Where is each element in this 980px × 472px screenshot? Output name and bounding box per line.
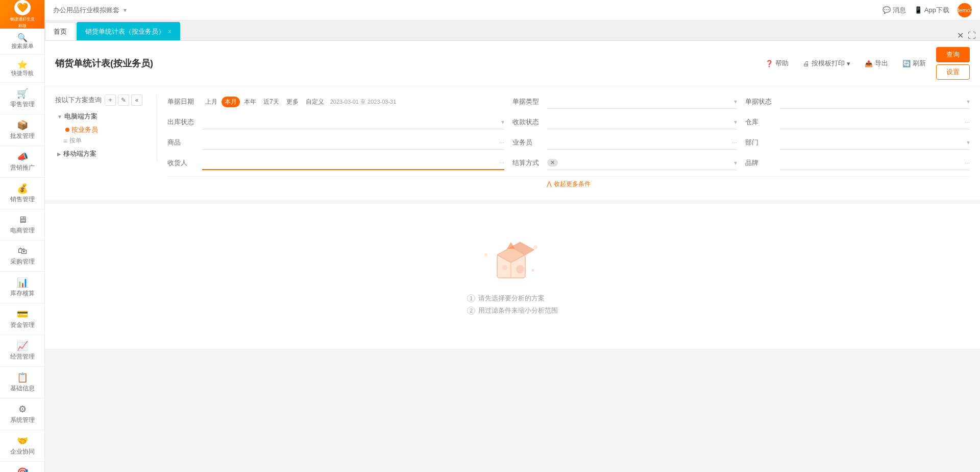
add-icon: + bbox=[108, 97, 112, 104]
collect-status-input[interactable]: ▾ bbox=[547, 115, 737, 129]
sidebar-item-wholesale[interactable]: 📦 批发管理 bbox=[0, 114, 44, 146]
settle-input[interactable]: ✕ ▾ bbox=[547, 156, 737, 170]
sidebar-item-marketing[interactable]: 📣 营销推广 bbox=[0, 146, 44, 178]
salesman-field: 业务员 ··· bbox=[512, 135, 737, 150]
settle-dropdown-icon: ▾ bbox=[734, 159, 737, 167]
refresh-btn[interactable]: 🔄 刷新 bbox=[898, 57, 930, 70]
empty-state: 1 请先选择要分析的方案 2 用过滤条件来缩小分析范围 bbox=[45, 204, 980, 349]
doc-type-label: 单据类型 bbox=[512, 97, 543, 106]
filter-row-3: 商品 ··· 业务员 ··· 部门 bbox=[167, 135, 970, 150]
dept-input[interactable]: ▾ bbox=[780, 135, 970, 150]
date-prev-month-tab[interactable]: 上月 bbox=[202, 97, 220, 107]
empty-illustration bbox=[482, 234, 543, 286]
sidebar-logo[interactable]: 🧡 畅捷通好生意 标版 bbox=[0, 0, 44, 29]
sidebar: 🧡 畅捷通好生意 标版 🔍 搜索菜单 ⭐ 快捷导航 🛒 零售管理 📦 批发管理 … bbox=[0, 0, 45, 472]
scheme-collapse-btn[interactable]: « bbox=[131, 95, 142, 106]
logo-icon: 🧡 bbox=[14, 0, 31, 15]
brand-input[interactable]: ··· bbox=[780, 156, 970, 170]
date-cur-month-tab[interactable]: 本月 bbox=[222, 97, 240, 107]
sidebar-item-sales[interactable]: 💰 销售管理 bbox=[0, 178, 44, 209]
export-btn[interactable]: 📤 导出 bbox=[861, 57, 892, 70]
sidebar-item-ecommerce[interactable]: 🖥 电商管理 bbox=[0, 209, 44, 241]
window-close-btn[interactable]: ✕ bbox=[957, 31, 964, 40]
query-button[interactable]: 查询 bbox=[936, 47, 970, 62]
step-2-num: 2 bbox=[467, 306, 475, 315]
settle-clear-btn[interactable]: ✕ bbox=[550, 159, 555, 166]
empty-steps: 1 请先选择要分析的方案 2 用过滤条件来缩小分析范围 bbox=[467, 294, 558, 318]
retail-icon: 🛒 bbox=[2, 88, 42, 99]
consignee-label: 收货人 bbox=[167, 158, 198, 168]
message-icon: 💬 bbox=[883, 6, 891, 14]
page-header: 销货单统计表(按业务员) ❓ 帮助 🖨 按模板打印 ▾ 📤 导出 🔄 刷新 bbox=[45, 41, 980, 86]
sidebar-item-cooperation[interactable]: 🤝 企业协同 bbox=[0, 430, 44, 462]
doc-type-input[interactable]: ▾ bbox=[547, 95, 737, 109]
sidebar-shortcut[interactable]: ⭐ 快捷导航 bbox=[0, 55, 44, 83]
tab-close-icon[interactable]: × bbox=[168, 28, 172, 35]
print-btn[interactable]: 🖨 按模板打印 ▾ bbox=[799, 57, 854, 70]
marketing-icon: 📣 bbox=[2, 151, 42, 162]
scheme-add-btn[interactable]: + bbox=[105, 95, 116, 106]
consignee-more-icon: ··· bbox=[499, 159, 504, 166]
sidebar-item-newbie[interactable]: 🎯 新手引导 bbox=[0, 462, 44, 472]
warehouse-input[interactable]: ··· bbox=[780, 115, 970, 129]
scheme-group-mobile-title[interactable]: ▶ 移动端方案 bbox=[55, 147, 149, 160]
step-1-num: 1 bbox=[467, 294, 475, 302]
topbar-dropdown-arrow[interactable]: ▾ bbox=[124, 7, 127, 14]
out-status-input[interactable]: ▾ bbox=[202, 115, 504, 129]
brand-field: 品牌 ··· bbox=[745, 156, 970, 170]
system-icon: ⚙ bbox=[2, 404, 42, 415]
scheme-edit-btn[interactable]: ✎ bbox=[118, 95, 129, 106]
message-btn[interactable]: 💬 消息 bbox=[883, 6, 906, 15]
scheme-sub-by-order[interactable]: ≡ 按单 bbox=[55, 136, 149, 145]
finance-icon: 💳 bbox=[2, 309, 42, 320]
sidebar-item-purchase[interactable]: 🛍 采购管理 bbox=[0, 241, 44, 272]
date-cur-year-tab[interactable]: 本年 bbox=[241, 97, 259, 107]
date-custom-tab[interactable]: 自定义 bbox=[303, 97, 327, 107]
tab-sales-stats[interactable]: 销货单统计表（按业务员） × bbox=[77, 22, 180, 40]
window-max-btn[interactable]: ⛶ bbox=[968, 31, 976, 40]
setting-button[interactable]: 设置 bbox=[936, 64, 970, 80]
out-status-label: 出库状态 bbox=[167, 117, 198, 127]
date-7days-tab[interactable]: 近7天 bbox=[260, 97, 282, 107]
print-dropdown-icon: ▾ bbox=[847, 60, 850, 67]
app-download-btn[interactable]: 📱 App下载 bbox=[914, 6, 949, 15]
sidebar-item-retail[interactable]: 🛒 零售管理 bbox=[0, 83, 44, 114]
purchase-icon: 🛍 bbox=[2, 246, 42, 256]
help-icon: ❓ bbox=[765, 60, 773, 67]
scheme-tree: ▼ 电脑端方案 按业务员 ≡ 按单 bbox=[55, 110, 149, 160]
sidebar-item-finance[interactable]: 💳 资金管理 bbox=[0, 303, 44, 335]
settle-field: 结算方式 ✕ ▾ bbox=[512, 156, 737, 170]
scheme-item-by-salesman[interactable]: 按业务员 bbox=[55, 123, 149, 136]
collapse-filters-btn[interactable]: ⋀ 收起更多条件 bbox=[167, 176, 970, 192]
goods-label: 商品 bbox=[167, 138, 198, 147]
doc-status-input[interactable]: ▾ bbox=[780, 95, 970, 109]
salesman-input[interactable]: ··· bbox=[547, 135, 737, 150]
consignee-input[interactable]: ··· bbox=[202, 156, 504, 170]
help-btn[interactable]: ❓ 帮助 bbox=[761, 57, 793, 70]
salesman-label: 业务员 bbox=[512, 138, 543, 147]
group-arrow-icon: ▼ bbox=[57, 114, 62, 120]
date-more-tab[interactable]: 更多 bbox=[283, 97, 302, 107]
svg-point-9 bbox=[532, 269, 534, 272]
sidebar-item-operations[interactable]: 📈 经营管理 bbox=[0, 335, 44, 367]
date-field: 单据日期 上月 本月 本年 近7天 更多 自定义 2023-03-01 至 20… bbox=[167, 97, 504, 107]
collect-status-dropdown-icon: ▾ bbox=[734, 119, 737, 126]
sidebar-item-basic[interactable]: 📋 基础信息 bbox=[0, 367, 44, 398]
ecommerce-icon: 🖥 bbox=[2, 215, 42, 225]
doc-status-dropdown-icon: ▾ bbox=[967, 98, 970, 105]
topbar-title: 办公用品行业模拟账套 bbox=[53, 6, 119, 15]
sidebar-item-inventory[interactable]: 📊 库存核算 bbox=[0, 272, 44, 303]
wholesale-icon: 📦 bbox=[2, 120, 42, 131]
dept-dropdown-icon: ▾ bbox=[967, 139, 970, 146]
scheme-group-desktop-title[interactable]: ▼ 电脑端方案 bbox=[55, 110, 149, 123]
tab-home[interactable]: 首页 bbox=[45, 22, 76, 40]
goods-input[interactable]: ··· bbox=[202, 135, 504, 150]
basic-icon: 📋 bbox=[2, 372, 42, 383]
empty-step-1: 1 请先选择要分析的方案 bbox=[467, 294, 558, 303]
brand-more-icon: ··· bbox=[965, 159, 970, 167]
user-avatar[interactable]: demo2 bbox=[958, 3, 972, 17]
page-actions: ❓ 帮助 🖨 按模板打印 ▾ 📤 导出 🔄 刷新 查询 bbox=[761, 47, 970, 80]
sidebar-search[interactable]: 🔍 搜索菜单 bbox=[0, 29, 44, 55]
sidebar-item-system[interactable]: ⚙ 系统管理 bbox=[0, 398, 44, 430]
svg-point-4 bbox=[516, 265, 524, 273]
